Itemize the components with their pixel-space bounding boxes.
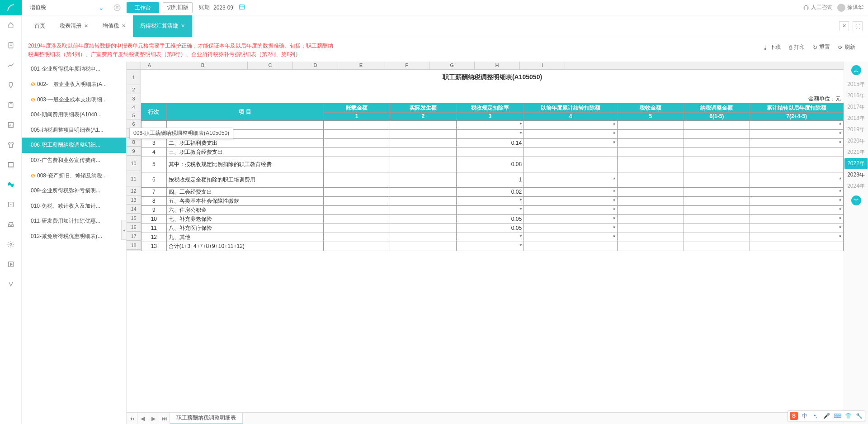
tab-0[interactable]: 首页 xyxy=(27,15,52,37)
year-2019年[interactable]: 2019年 xyxy=(844,124,868,135)
cell[interactable] xyxy=(324,224,390,233)
ime-logo-icon[interactable]: S xyxy=(790,412,798,420)
cell[interactable] xyxy=(324,233,390,242)
period-value[interactable]: 2023-09 xyxy=(213,5,233,11)
calendar-icon[interactable] xyxy=(239,4,245,11)
cell[interactable] xyxy=(324,120,390,129)
cell[interactable] xyxy=(617,214,684,224)
row-header-2[interactable]: 2 xyxy=(127,85,141,94)
cell[interactable]: 行次 xyxy=(142,103,167,120)
tab-expand-button[interactable]: ⛶ xyxy=(853,21,863,31)
sheet-first-button[interactable]: ⏮ xyxy=(127,413,137,424)
cell[interactable] xyxy=(390,129,456,138)
col-header-H[interactable]: H xyxy=(475,62,520,70)
cell[interactable]: * xyxy=(456,120,524,129)
cell[interactable] xyxy=(684,205,750,214)
ime-keyboard-icon[interactable]: ⌨ xyxy=(833,412,841,420)
cell[interactable]: 0.05 xyxy=(456,224,524,233)
cell[interactable]: 五、各类基本社会保障性缴款 xyxy=(166,196,324,205)
cell[interactable] xyxy=(324,205,390,214)
cell[interactable]: 3 xyxy=(142,138,167,148)
cell[interactable] xyxy=(617,187,684,196)
user-menu[interactable]: 徐泽华 xyxy=(837,4,863,12)
form-item-5[interactable]: 006-职工薪酬纳税调整明细... xyxy=(22,138,126,153)
form-item-11[interactable]: 012-减免所得税优惠明细表(... xyxy=(22,229,126,244)
cell[interactable] xyxy=(617,129,684,138)
row-header-5[interactable]: 5 xyxy=(127,111,141,119)
cell[interactable]: 税收规定扣除率 xyxy=(456,103,524,112)
cell[interactable]: * xyxy=(456,196,524,205)
cell[interactable]: 项 目 xyxy=(166,103,324,120)
cell[interactable]: 九、其他 xyxy=(166,233,324,242)
nav-report-icon[interactable] xyxy=(0,115,22,135)
cell[interactable] xyxy=(390,214,456,224)
cell[interactable] xyxy=(684,242,750,251)
close-icon[interactable]: ✕ xyxy=(181,23,185,29)
reset-button[interactable]: ↻重置 xyxy=(813,43,830,51)
cell[interactable]: * xyxy=(456,233,524,242)
cell[interactable] xyxy=(390,120,456,129)
form-item-2[interactable]: ⊘003-一般企业成本支出明细... xyxy=(22,92,126,108)
cell[interactable]: * xyxy=(750,120,844,129)
cell[interactable] xyxy=(524,148,618,157)
year-2023年[interactable]: 2023年 xyxy=(844,169,868,181)
cell[interactable] xyxy=(324,196,390,205)
cell[interactable]: 其中：按税收规定比例扣除的职工教育经费 xyxy=(166,157,324,172)
logo-icon[interactable] xyxy=(0,0,22,15)
cell[interactable] xyxy=(324,187,390,196)
old-version-button[interactable]: 切到旧版 xyxy=(163,2,193,13)
year-down-button[interactable]: ︾ xyxy=(851,195,861,205)
cell[interactable] xyxy=(324,172,390,187)
cell[interactable] xyxy=(617,172,684,187)
cell[interactable] xyxy=(617,233,684,242)
sheet-prev-button[interactable]: ◀ xyxy=(137,413,148,424)
nav-play-icon[interactable] xyxy=(0,254,22,274)
cell[interactable]: * xyxy=(750,205,844,214)
cell[interactable]: 0.08 xyxy=(456,157,524,172)
year-2022年[interactable]: 2022年 xyxy=(844,158,868,169)
cell[interactable]: * xyxy=(750,187,844,196)
cell[interactable]: * xyxy=(524,172,618,187)
nav-money-icon[interactable] xyxy=(0,75,22,95)
sheet-title[interactable]: 职工薪酬纳税调整明细表(A105050) xyxy=(142,70,844,85)
cell[interactable]: 10 xyxy=(142,214,167,224)
year-2016年[interactable]: 2016年 xyxy=(844,90,868,101)
form-item-10[interactable]: 011-研发费用加计扣除优惠... xyxy=(22,214,126,229)
cell[interactable] xyxy=(750,242,844,251)
cell[interactable] xyxy=(324,129,390,138)
cell[interactable]: 6(1-5) xyxy=(684,112,750,120)
tab-3[interactable]: 所得税汇算清缴✕ xyxy=(133,15,192,37)
cell[interactable] xyxy=(390,242,456,251)
cell[interactable]: 6 xyxy=(142,172,167,187)
tab-1[interactable]: 税表清册✕ xyxy=(52,15,95,37)
cell[interactable]: 11 xyxy=(142,224,167,233)
row-header-1[interactable]: 1 xyxy=(127,70,141,85)
cell[interactable]: * xyxy=(750,172,844,187)
nav-chart-icon[interactable] xyxy=(0,55,22,75)
cell[interactable] xyxy=(684,187,750,196)
tab-close-all-button[interactable]: ✕ xyxy=(839,21,849,31)
row-header-4[interactable]: 4 xyxy=(127,103,141,111)
row-header-13[interactable]: 13 xyxy=(127,195,141,205)
ime-tool-icon[interactable]: 🔧 xyxy=(855,412,863,420)
cell[interactable]: 1 xyxy=(324,112,390,120)
cell[interactable] xyxy=(750,148,844,157)
cell[interactable] xyxy=(524,157,618,172)
nav-home-icon[interactable] xyxy=(0,15,22,35)
cell[interactable] xyxy=(684,138,750,148)
year-2020年[interactable]: 2020年 xyxy=(844,135,868,147)
form-item-3[interactable]: 004-期间费用明细表(A1040... xyxy=(22,107,126,123)
ime-skin-icon[interactable]: 👕 xyxy=(844,412,852,420)
spreadsheet[interactable]: ABCDEFGHI 123456789101112131415161718 职工… xyxy=(127,62,844,412)
cell[interactable] xyxy=(524,242,618,251)
cell[interactable]: 实际发生额 xyxy=(390,103,456,112)
cell[interactable]: 13 xyxy=(142,242,167,251)
cell[interactable] xyxy=(390,224,456,233)
cell[interactable]: 5 xyxy=(142,157,167,172)
cell[interactable] xyxy=(684,224,750,233)
cell[interactable] xyxy=(390,196,456,205)
form-item-0[interactable]: 001-企业所得税年度纳税申... xyxy=(22,62,126,77)
form-item-8[interactable]: 009-企业所得税弥补亏损明... xyxy=(22,183,126,199)
cell[interactable] xyxy=(617,196,684,205)
nav-settings-icon[interactable] xyxy=(0,234,22,254)
